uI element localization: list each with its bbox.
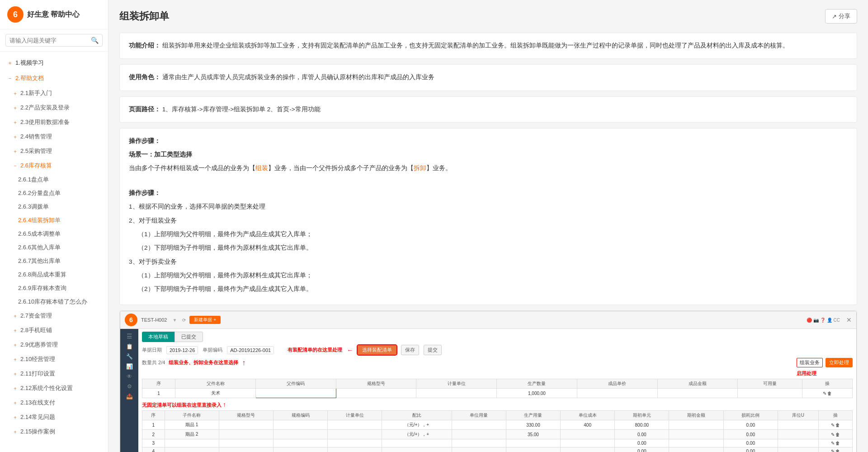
sidebar-item-help-doc[interactable]: － 2.帮助文档 — [0, 71, 108, 86]
sidebar-item-2-6-9[interactable]: 2.6.9库存账本查询 — [0, 281, 108, 295]
ss-col-parent-name: 父件名称 — [175, 379, 256, 389]
sidebar-item-2-6-2[interactable]: 2.6.2分量盘点单 — [0, 186, 108, 200]
sidebar-item-2-14[interactable]: ＋ 2.14常见问题 — [0, 410, 108, 424]
sidebar-item-2-8[interactable]: ＋ 2.8手机旺铺 — [0, 323, 108, 338]
step3-sub2: （2）下部明细为子件明细，最终作为产成品生成其它入库单。 — [138, 284, 848, 295]
ss-type-row: 数量共 2/4 组装业务、拆卸业务在这里选择 ↑ 组装业务 立即处理 — [142, 358, 853, 367]
ss-dropdown-icon: ▼ — [172, 318, 177, 323]
ss-topnav-right: 🔴 📷 ❓ 👤 CC ✕ — [807, 316, 852, 324]
sidebar-item-2-11[interactable]: ＋ 2.11打印设置 — [0, 366, 108, 381]
plus-icon-2-15: ＋ — [13, 428, 18, 435]
sidebar-item-2-6-1[interactable]: 2.6.1盘点单 — [0, 173, 108, 186]
ss-lcol-code: 规格编码 — [273, 411, 327, 420]
ss-col-unit-price: 成品单价 — [577, 379, 657, 389]
path-card: 页面路径： 1、库存核算->库存管理->组装拆卸单 2、首页->常用功能 — [119, 96, 857, 123]
sidebar-item-2-9[interactable]: ＋ 2.9优惠券管理 — [0, 338, 108, 352]
share-button[interactable]: ↗ 分享 — [825, 9, 857, 24]
ss-close-icon[interactable]: ✕ — [846, 316, 852, 324]
role-text: 通常由生产人员或库管人员完成拆装业务的操作，库管人员确认原材料的出库和产成品的入… — [162, 74, 434, 81]
ss-tab-submitted[interactable]: 已提交 — [175, 332, 203, 342]
plus-icon-2-14: ＋ — [13, 414, 18, 421]
ss-sidebar-menu: ☰ 📋 🔧 📊 👁 ⚙ 📤 — [120, 329, 138, 452]
ss-lcol-unit-usage: 单位用量 — [452, 411, 506, 420]
sidebar-item-video-label: 1.视频学习 — [15, 59, 44, 67]
page-title: 组装拆卸单 — [119, 10, 169, 23]
sidebar-item-2-3[interactable]: ＋ 2.3使用前数据准备 — [0, 115, 108, 129]
annotation-text-3: 启用处理 — [142, 370, 853, 377]
ss-lcol-prod-usage: 生产用量 — [506, 411, 560, 420]
ss-submit-btn[interactable]: 提交 — [424, 345, 442, 355]
sidebar-item-2-6-6[interactable]: 2.6.6其他入库单 — [0, 241, 108, 254]
main-content: 组装拆卸单 ↗ 分享 功能介绍： 组装拆卸单用来处理企业组装或拆卸等加工业务，支… — [108, 0, 868, 452]
ss-lcol-act: 操 — [818, 411, 852, 420]
sidebar-item-2-2[interactable]: ＋ 2.2产品安装及登录 — [0, 100, 108, 115]
ss-select-btn[interactable]: 选择装配清单 — [358, 345, 396, 355]
table-row: 1 期品 1 （元/+），+ 330.00 400 800.00 — [142, 420, 853, 430]
ss-right-controls: 组装业务 立即处理 — [797, 358, 853, 367]
ss-code-label: 单据编码 — [203, 347, 222, 353]
ss-lcol-seq: 序 — [142, 411, 165, 420]
sidebar-item-2-15[interactable]: ＋ 2.15操作案例 — [0, 424, 108, 439]
ss-titlebar-id: TEST-H002 — [141, 317, 167, 323]
search-icon[interactable]: 🔍 — [91, 37, 99, 44]
ss-lcol-name: 子件名称 — [165, 411, 219, 420]
ss-col-actions-up: 操 — [802, 379, 853, 389]
sidebar-item-2-6-10[interactable]: 2.6.10库存账本错了怎么办 — [0, 295, 108, 309]
sidebar-item-2-6-8[interactable]: 2.6.8商品成本重算 — [0, 268, 108, 281]
sidebar-item-2-6-3[interactable]: 2.6.3调拨单 — [0, 200, 108, 214]
plus-icon-2-5: ＋ — [13, 148, 18, 155]
sidebar-item-2-6-5[interactable]: 2.6.5成本调整单 — [0, 227, 108, 241]
sidebar-item-help-doc-label: 2.帮助文档 — [15, 74, 44, 82]
step2-sub2: （2）下部明细为子件明细，最终作为原材料生成其它出库单。 — [138, 243, 848, 253]
sidebar-item-2-4[interactable]: ＋ 2.4销售管理 — [0, 129, 108, 144]
annotation-text-2: 组装业务、拆卸业务在这里选择 — [169, 359, 238, 366]
search-input[interactable] — [9, 37, 91, 44]
plus-icon-2-13: ＋ — [13, 400, 18, 406]
sidebar-item-2-1[interactable]: ＋ 2.1新手入门 — [0, 86, 108, 100]
ss-icons: 🔴 📷 ❓ 👤 CC — [807, 318, 840, 323]
ss-date-label: 单据日期 — [142, 347, 162, 353]
sidebar-item-2-6-4[interactable]: 2.6.4组装拆卸单 — [0, 214, 108, 227]
plus-icon-2-11: ＋ — [13, 371, 18, 377]
ss-menu-icon-3: 🔧 — [126, 353, 133, 360]
plus-icon-2-1: ＋ — [13, 90, 18, 97]
sidebar-item-2-6-7[interactable]: 2.6.7其他出库单 — [0, 254, 108, 268]
ss-type-input[interactable]: 组装业务 — [797, 358, 823, 367]
ss-lcol-ratio: 配比 — [382, 411, 452, 420]
page-header: 组装拆卸单 ↗ 分享 — [119, 9, 857, 24]
ss-refresh-icon: ⟳ — [182, 318, 186, 323]
ss-col-prod-qty: 生产数量 — [497, 379, 577, 389]
ss-upper-table: 序 父件名称 父件编码 规格型号 计量单位 生产数量 成品单价 成品金额 可用量… — [142, 379, 853, 398]
ss-form-header-row: 单据日期 2019-12-26 单据编码 AD-20191226-001 有装配… — [142, 345, 853, 355]
sidebar-item-2-6[interactable]: － 2.6库存核算 — [0, 158, 108, 173]
sidebar-item-2-12[interactable]: ＋ 2.12系统个性化设置 — [0, 381, 108, 395]
ss-menu-icon-2: 📋 — [126, 343, 133, 350]
sidebar-item-2-10[interactable]: ＋ 2.10经营管理 — [0, 352, 108, 366]
ss-page-content: 本地草稿 已提交 单据日期 2019-12-26 单据编码 AD-2019122… — [138, 329, 856, 452]
ss-menu-icon-1: ☰ — [127, 333, 132, 340]
sidebar-item-video[interactable]: ＋ 1.视频学习 — [0, 55, 108, 71]
sidebar-item-2-13[interactable]: ＋ 2.13在线支付 — [0, 395, 108, 410]
ss-lcol-spec: 规格型号 — [219, 411, 273, 420]
ss-confirm-btn[interactable]: 立即处理 — [826, 358, 853, 367]
ss-lcol-init1: 期初单元 — [615, 411, 669, 420]
step2-sub1: （1）上部明细为父件明细，最终作为产成品生成其它入库单； — [138, 229, 848, 240]
step3-sub1: （1）上部明细为父件明细，最终作为原材料生成其它出库单； — [138, 270, 848, 281]
scene1-desc: 当由多个子件材料组装成一个成品的业务为【组装】业务，当由一个父件拆分成多个子产品… — [129, 163, 848, 174]
ss-body: ☰ 📋 🔧 📊 👁 ⚙ 📤 本地草稿 已提交 — [120, 329, 856, 452]
ss-lower-table: 序 子件名称 规格型号 规格编码 计量单位 配比 单位用量 生产用量 单位成本 … — [142, 410, 853, 452]
ss-col-spec: 规格型号 — [336, 379, 416, 389]
sidebar-item-2-7[interactable]: ＋ 2.7资金管理 — [0, 309, 108, 323]
ss-lcol-unit: 计量单位 — [328, 411, 382, 420]
search-area: 🔍 — [0, 29, 108, 52]
logo-text: 好生意 帮助中心 — [27, 10, 80, 19]
sidebar: 6 好生意 帮助中心 🔍 ＋ 1.视频学习 － 2.帮助文档 ＋ 2.1新手入门… — [0, 0, 108, 452]
ss-col-seq: 序 — [142, 379, 175, 389]
ss-save-btn[interactable]: 保存 — [401, 345, 419, 355]
sidebar-item-2-5[interactable]: ＋ 2.5采购管理 — [0, 144, 108, 158]
ss-tab-new[interactable]: 本地草稿 — [142, 332, 175, 342]
ss-new-btn[interactable]: 新建单据 + — [189, 316, 221, 324]
path-label: 页面路径： — [129, 106, 160, 113]
plus-icon-2-12: ＋ — [13, 385, 18, 392]
role-card: 使用角色： 通常由生产人员或库管人员完成拆装业务的操作，库管人员确认原材料的出库… — [119, 64, 857, 90]
